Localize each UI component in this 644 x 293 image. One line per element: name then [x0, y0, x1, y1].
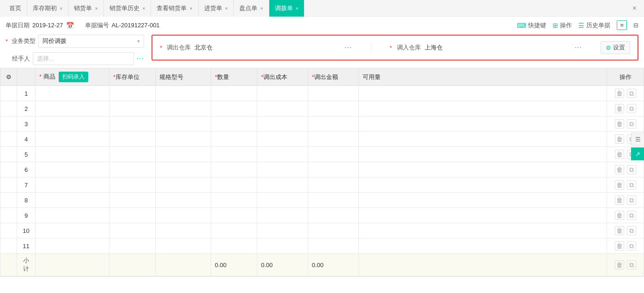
- close-purchase-order[interactable]: ×: [225, 6, 228, 11]
- row-cost-10[interactable]: [257, 223, 308, 238]
- delete-btn-1[interactable]: 🗑: [615, 89, 624, 98]
- row-cost-6[interactable]: [257, 162, 308, 177]
- copy-btn-2[interactable]: ⧉: [627, 104, 636, 113]
- row-spec-5[interactable]: [156, 147, 211, 162]
- copy-btn-8[interactable]: ⧉: [627, 195, 636, 205]
- row-spec-2[interactable]: [156, 101, 211, 116]
- row-qty-6[interactable]: [211, 162, 257, 177]
- row-amount-1[interactable]: [308, 86, 359, 101]
- row-avail-5[interactable]: [359, 147, 607, 162]
- row-amount-11[interactable]: [308, 238, 359, 254]
- copy-btn-7[interactable]: ⧉: [627, 180, 636, 189]
- float-list-btn[interactable]: ☰: [631, 133, 644, 146]
- row-unit-8[interactable]: [109, 193, 156, 208]
- layout2-action[interactable]: ⊟: [633, 22, 638, 29]
- row-spec-4[interactable]: [156, 132, 211, 147]
- row-unit-1[interactable]: [109, 86, 156, 101]
- row-cost-4[interactable]: [257, 132, 308, 147]
- tab-sales-order[interactable]: 销货单 ×: [68, 0, 103, 17]
- row-avail-11[interactable]: [359, 238, 607, 254]
- row-spec-1[interactable]: [156, 86, 211, 101]
- row-qty-4[interactable]: [211, 132, 257, 147]
- row-unit-5[interactable]: [109, 147, 156, 162]
- row-product-1[interactable]: [36, 86, 109, 101]
- row-spec-6[interactable]: [156, 162, 211, 177]
- row-spec-10[interactable]: [156, 223, 211, 238]
- scan-button[interactable]: 扫码录入: [59, 72, 88, 82]
- row-cost-7[interactable]: [257, 177, 308, 193]
- delete-btn-8[interactable]: 🗑: [615, 195, 624, 205]
- float-external-btn[interactable]: ↗: [631, 147, 644, 160]
- row-product-6[interactable]: [36, 162, 109, 177]
- row-avail-9[interactable]: [359, 208, 607, 223]
- row-amount-9[interactable]: [308, 208, 359, 223]
- close-sales-order[interactable]: ×: [95, 6, 97, 11]
- handler-more-btn[interactable]: ···: [137, 55, 144, 63]
- row-unit-7[interactable]: [109, 177, 156, 193]
- row-product-3[interactable]: [36, 116, 109, 132]
- close-all-tabs[interactable]: ×: [629, 2, 640, 14]
- close-transfer-order[interactable]: ×: [296, 6, 298, 11]
- delete-btn-6[interactable]: 🗑: [615, 165, 624, 174]
- tab-sales-history[interactable]: 销货单历史 ×: [104, 0, 151, 17]
- handler-select[interactable]: 选择...: [33, 52, 134, 65]
- target-more-btn[interactable]: ···: [575, 43, 582, 52]
- row-unit-11[interactable]: [109, 238, 156, 254]
- calendar-icon[interactable]: 📅: [66, 22, 74, 29]
- delete-btn-3[interactable]: 🗑: [615, 119, 624, 128]
- subtotal-copy-btn[interactable]: ⧉: [627, 260, 636, 269]
- operations-action[interactable]: ⊞ 操作: [553, 21, 572, 30]
- shortcuts-action[interactable]: ⌨ 快捷键: [517, 21, 546, 30]
- row-product-10[interactable]: [36, 223, 109, 238]
- row-unit-2[interactable]: [109, 101, 156, 116]
- source-more-btn[interactable]: ···: [345, 43, 352, 52]
- row-product-2[interactable]: [36, 101, 109, 116]
- row-product-7[interactable]: [36, 177, 109, 193]
- row-amount-8[interactable]: [308, 193, 359, 208]
- col-gear-header[interactable]: ⚙: [0, 68, 17, 86]
- tab-home[interactable]: 首页: [4, 0, 27, 17]
- row-spec-9[interactable]: [156, 208, 211, 223]
- delete-btn-11[interactable]: 🗑: [615, 241, 624, 250]
- row-qty-9[interactable]: [211, 208, 257, 223]
- close-view-sales[interactable]: ×: [189, 6, 192, 11]
- row-qty-8[interactable]: [211, 193, 257, 208]
- row-product-11[interactable]: [36, 238, 109, 254]
- row-avail-4[interactable]: [359, 132, 607, 147]
- row-unit-10[interactable]: [109, 223, 156, 238]
- row-avail-3[interactable]: [359, 116, 607, 132]
- copy-btn-1[interactable]: ⧉: [627, 89, 636, 98]
- row-spec-8[interactable]: [156, 193, 211, 208]
- row-amount-6[interactable]: [308, 162, 359, 177]
- business-type-select[interactable]: 同价调拨 ▾: [38, 35, 144, 48]
- row-qty-2[interactable]: [211, 101, 257, 116]
- row-avail-2[interactable]: [359, 101, 607, 116]
- row-qty-10[interactable]: [211, 223, 257, 238]
- copy-btn-10[interactable]: ⧉: [627, 226, 636, 235]
- row-qty-11[interactable]: [211, 238, 257, 254]
- row-qty-5[interactable]: [211, 147, 257, 162]
- row-avail-10[interactable]: [359, 223, 607, 238]
- copy-btn-11[interactable]: ⧉: [627, 241, 636, 250]
- layout1-action[interactable]: ≡: [617, 20, 627, 30]
- row-amount-3[interactable]: [308, 116, 359, 132]
- row-unit-3[interactable]: [109, 116, 156, 132]
- row-cost-3[interactable]: [257, 116, 308, 132]
- row-unit-6[interactable]: [109, 162, 156, 177]
- row-qty-1[interactable]: [211, 86, 257, 101]
- copy-btn-9[interactable]: ⧉: [627, 211, 636, 220]
- target-warehouse-value[interactable]: 上海仓: [425, 43, 443, 52]
- row-product-8[interactable]: [36, 193, 109, 208]
- row-cost-11[interactable]: [257, 238, 308, 254]
- row-unit-4[interactable]: [109, 132, 156, 147]
- row-avail-6[interactable]: [359, 162, 607, 177]
- delete-btn-10[interactable]: 🗑: [615, 226, 624, 235]
- row-product-9[interactable]: [36, 208, 109, 223]
- close-inventory-init[interactable]: ×: [60, 6, 62, 11]
- delete-btn-7[interactable]: 🗑: [615, 180, 624, 189]
- delete-btn-5[interactable]: 🗑: [615, 150, 624, 159]
- tab-transfer-order[interactable]: 调拨单 ×: [269, 0, 304, 17]
- source-warehouse-value[interactable]: 北京仓: [194, 43, 213, 52]
- tab-purchase-order[interactable]: 进货单 ×: [199, 0, 234, 17]
- tab-inventory-check[interactable]: 盘点单 ×: [234, 0, 269, 17]
